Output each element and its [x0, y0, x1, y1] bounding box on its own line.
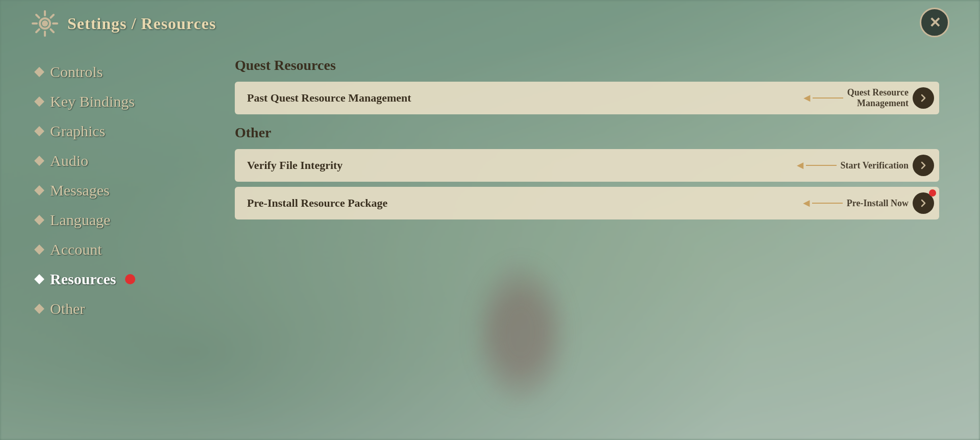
- sidebar-item-messages[interactable]: Messages: [31, 177, 225, 204]
- chevron-right-icon: [919, 161, 928, 170]
- main-layout: Controls Key Bindings Graphics Audio Mes: [31, 43, 949, 440]
- arrow-left-icon: ◄: [795, 159, 806, 172]
- past-quest-action: Quest ResourceManagement: [847, 87, 909, 109]
- diamond-icon: [34, 274, 44, 284]
- past-quest-btn[interactable]: [913, 87, 934, 109]
- pre-install-label: Pre-Install Resource Package: [247, 197, 801, 210]
- diamond-icon: [34, 126, 44, 136]
- sidebar-item-other[interactable]: Other: [31, 295, 225, 323]
- diamond-icon: [34, 156, 44, 166]
- svg-line-5: [36, 15, 39, 18]
- modal-container: Settings / Resources ✕ Controls Key Bind…: [0, 0, 980, 440]
- chevron-right-icon: [919, 199, 928, 208]
- arrow-decoration: ◄: [801, 197, 843, 210]
- verify-file-label: Verify File Integrity: [247, 159, 795, 172]
- pre-install-right: ◄ Pre-Install Now: [801, 192, 939, 214]
- svg-line-8: [36, 29, 39, 32]
- sidebar-item-label: Resources: [50, 271, 116, 288]
- sidebar: Controls Key Bindings Graphics Audio Mes: [31, 48, 225, 440]
- past-quest-right: ◄ Quest ResourceManagement: [801, 87, 939, 109]
- arrow-line: [812, 203, 843, 204]
- arrow-left-icon: ◄: [801, 91, 813, 105]
- sidebar-item-graphics[interactable]: Graphics: [31, 117, 225, 145]
- sidebar-item-audio[interactable]: Audio: [31, 147, 225, 175]
- sidebar-item-label: Key Bindings: [50, 93, 135, 110]
- gear-icon: [31, 9, 59, 38]
- sidebar-item-label: Audio: [50, 152, 88, 169]
- arrow-decoration: ◄: [795, 159, 837, 172]
- diamond-icon: [34, 245, 44, 255]
- diamond-icon: [34, 304, 44, 314]
- sidebar-item-label: Other: [50, 300, 85, 317]
- diamond-icon: [34, 67, 44, 77]
- diamond-icon: [34, 96, 44, 107]
- svg-point-9: [42, 20, 48, 27]
- sidebar-item-language[interactable]: Language: [31, 206, 225, 234]
- verify-file-right: ◄ Start Verification: [795, 155, 939, 176]
- diamond-icon: [34, 215, 44, 225]
- sidebar-item-key-bindings[interactable]: Key Bindings: [31, 88, 225, 115]
- past-quest-label: Past Quest Resource Management: [247, 91, 801, 105]
- close-icon: ✕: [929, 14, 941, 31]
- sidebar-item-label: Controls: [50, 63, 103, 81]
- arrow-line: [806, 165, 837, 166]
- sidebar-item-label: Graphics: [50, 123, 105, 140]
- sidebar-item-account[interactable]: Account: [31, 236, 225, 263]
- verify-file-btn[interactable]: [913, 155, 934, 176]
- arrow-line: [813, 97, 843, 99]
- svg-line-7: [51, 15, 54, 18]
- modal-header: Settings / Resources: [31, 0, 949, 43]
- svg-line-6: [51, 29, 54, 32]
- verify-file-row[interactable]: Verify File Integrity ◄ Start Verificati…: [235, 149, 939, 182]
- other-section-title: Other: [235, 125, 939, 141]
- pre-install-row[interactable]: Pre-Install Resource Package ◄ Pre-Insta…: [235, 187, 939, 219]
- sidebar-item-resources[interactable]: Resources: [31, 265, 225, 293]
- diamond-icon: [34, 185, 44, 195]
- quest-resources-title: Quest Resources: [235, 57, 939, 74]
- content-area: Quest Resources Past Quest Resource Mana…: [225, 48, 949, 440]
- sidebar-item-label: Messages: [50, 182, 110, 199]
- verify-file-action: Start Verification: [841, 160, 909, 171]
- header-title: Settings / Resources: [67, 14, 216, 33]
- sidebar-item-label: Account: [50, 241, 102, 258]
- pre-install-action: Pre-Install Now: [847, 198, 909, 209]
- sidebar-item-label: Language: [50, 211, 110, 229]
- notification-badge: [125, 274, 135, 284]
- arrow-left-icon: ◄: [801, 197, 812, 210]
- chevron-right-icon: [919, 93, 928, 103]
- sidebar-item-controls[interactable]: Controls: [31, 58, 225, 86]
- arrow-decoration: ◄: [801, 91, 843, 105]
- settings-modal: Settings / Resources ✕ Controls Key Bind…: [31, 0, 949, 440]
- past-quest-row[interactable]: Past Quest Resource Management ◄ Quest R…: [235, 82, 939, 114]
- pre-install-btn[interactable]: [913, 192, 934, 214]
- close-button[interactable]: ✕: [920, 8, 949, 37]
- row-notification-dot: [929, 189, 936, 197]
